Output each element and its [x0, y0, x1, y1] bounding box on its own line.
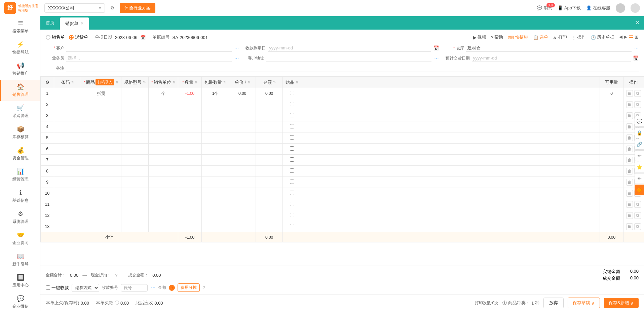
row-unit-10[interactable]: [149, 188, 178, 199]
row-barcode-4[interactable]: [54, 121, 81, 132]
delivery-calendar-icon[interactable]: 📅: [633, 55, 639, 61]
row-pkgqty-12[interactable]: [202, 210, 229, 221]
experience-btn[interactable]: 体验行业方案: [120, 3, 155, 13]
row-amount-2[interactable]: [256, 99, 283, 110]
delete-icon-7[interactable]: 🗑: [626, 157, 633, 163]
row-pkgqty-2[interactable]: [202, 99, 229, 110]
row-barcode-2[interactable]: [54, 99, 81, 110]
gift-checkbox-12[interactable]: [290, 213, 294, 217]
calendar-icon[interactable]: 📅: [140, 35, 146, 40]
row-barcode-3[interactable]: [54, 110, 81, 121]
float-btn-link[interactable]: 🔗: [635, 139, 644, 150]
row-gift-3[interactable]: [283, 110, 301, 121]
delete-icon-4[interactable]: 🗑: [626, 123, 633, 130]
row-barcode-12[interactable]: [54, 210, 81, 221]
row-spec-11[interactable]: [121, 199, 149, 210]
radio-sales-order[interactable]: 销售单: [46, 34, 65, 40]
sidebar-item-finance[interactable]: 💰 资金管理: [0, 143, 40, 164]
row-barcode-13[interactable]: [54, 221, 81, 232]
warehouse-input[interactable]: [466, 44, 632, 52]
row-product-3[interactable]: [81, 110, 121, 121]
row-price-6[interactable]: [229, 144, 256, 155]
row-gift-9[interactable]: [283, 177, 301, 188]
row-gift-2[interactable]: [283, 99, 301, 110]
row-price-3[interactable]: [229, 110, 256, 121]
gear-icon[interactable]: ⚙: [45, 80, 49, 85]
row-qty-4[interactable]: [178, 121, 202, 132]
messages-btn[interactable]: 💬 消息 99+: [537, 5, 552, 11]
gift-checkbox-13[interactable]: [290, 224, 294, 228]
row-unit-2[interactable]: [149, 99, 178, 110]
row-spec-9[interactable]: [121, 177, 149, 188]
row-product-1[interactable]: 拆贡: [81, 88, 121, 99]
row-pkgqty-11[interactable]: [202, 199, 229, 210]
row-pkgqty-10[interactable]: [202, 188, 229, 199]
float-btn-lock[interactable]: 🔒: [635, 127, 644, 138]
product-type-check[interactable]: ⓘ: [502, 300, 507, 306]
copy-icon-13[interactable]: ⧉: [634, 223, 641, 230]
cash-discount-info-icon[interactable]: ?: [115, 273, 117, 278]
row-spec-2[interactable]: [121, 99, 149, 110]
copy-icon-12[interactable]: ⧉: [634, 212, 641, 219]
delete-icon-1[interactable]: 🗑: [626, 90, 633, 97]
row-gift-12[interactable]: [283, 210, 301, 221]
row-barcode-6[interactable]: [54, 144, 81, 155]
row-unit-7[interactable]: [149, 155, 178, 166]
row-price-12[interactable]: [229, 210, 256, 221]
sidebar-item-inventory[interactable]: 📦 库存核算: [0, 122, 40, 143]
salesperson-more-icon[interactable]: ···: [234, 55, 239, 61]
row-unit-11[interactable]: [149, 199, 178, 210]
row-unit-3[interactable]: [149, 110, 178, 121]
warehouse-more-icon[interactable]: ···: [634, 45, 639, 51]
row-amount-11[interactable]: [256, 199, 283, 210]
row-qty-9[interactable]: [178, 177, 202, 188]
float-btn-orange[interactable]: 🔶: [635, 185, 644, 195]
row-qty-7[interactable]: [178, 155, 202, 166]
row-gift-6[interactable]: [283, 144, 301, 155]
avatar[interactable]: [616, 3, 625, 13]
customer-input[interactable]: [66, 44, 232, 52]
tab-close-icon[interactable]: ✕: [80, 21, 84, 26]
row-spec-1[interactable]: [121, 88, 149, 99]
delete-icon-12[interactable]: 🗑: [626, 212, 633, 219]
row-amount-7[interactable]: [256, 155, 283, 166]
address-more-icon[interactable]: ···: [434, 55, 439, 61]
row-pkgqty-7[interactable]: [202, 155, 229, 166]
delete-icon-2[interactable]: 🗑: [626, 101, 633, 108]
row-qty-8[interactable]: [178, 166, 202, 177]
row-spec-7[interactable]: [121, 155, 149, 166]
row-amount-4[interactable]: [256, 121, 283, 132]
row-amount-5[interactable]: [256, 132, 283, 144]
copy-icon-11[interactable]: ⧉: [634, 201, 641, 208]
row-price-10[interactable]: [229, 188, 256, 199]
list-view-btn[interactable]: ☰: [629, 34, 633, 41]
next-btn[interactable]: ▶: [624, 34, 627, 41]
row-amount-8[interactable]: [256, 166, 283, 177]
delete-icon-11[interactable]: 🗑: [626, 201, 633, 208]
row-qty-6[interactable]: [178, 144, 202, 155]
row-barcode-1[interactable]: [54, 88, 81, 99]
row-product-6[interactable]: [81, 144, 121, 155]
one-click-payment-checkbox[interactable]: 一键收款: [46, 285, 69, 291]
row-unit-8[interactable]: [149, 166, 178, 177]
row-barcode-7[interactable]: [54, 155, 81, 166]
row-qty-12[interactable]: [178, 210, 202, 221]
row-barcode-8[interactable]: [54, 166, 81, 177]
salesperson-input[interactable]: [66, 54, 232, 62]
row-pkgqty-1[interactable]: 1个: [202, 88, 229, 99]
row-spec-8[interactable]: [121, 166, 149, 177]
customer-more-icon[interactable]: ···: [234, 45, 239, 51]
one-click-checkbox-input[interactable]: [46, 285, 50, 290]
radio-return-order[interactable]: 退货单: [69, 34, 88, 40]
row-price-8[interactable]: [229, 166, 256, 177]
shortcut-btn[interactable]: ⌨ 快捷键: [506, 34, 530, 41]
sidebar-item-sales[interactable]: 🏠 销售管理: [0, 80, 40, 101]
gift-checkbox-8[interactable]: [290, 168, 294, 173]
row-gift-8[interactable]: [283, 166, 301, 177]
row-spec-12[interactable]: [121, 210, 149, 221]
tab-home[interactable]: 首页: [40, 16, 60, 30]
row-qty-2[interactable]: [178, 99, 202, 110]
copy-icon-1[interactable]: ⧉: [634, 90, 641, 97]
date-value[interactable]: 2023-06-06: [115, 35, 138, 40]
row-gift-7[interactable]: [283, 155, 301, 166]
